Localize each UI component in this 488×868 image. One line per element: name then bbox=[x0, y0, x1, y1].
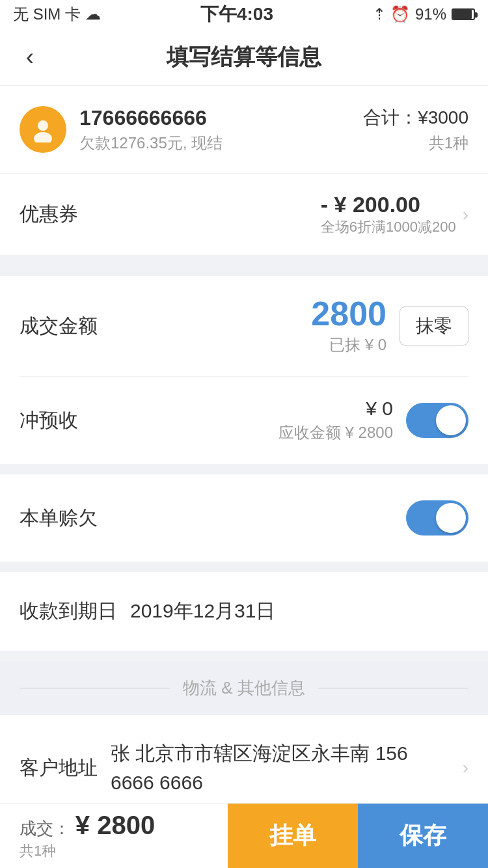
due-date-section: 收款到期日 2019年12月31日 bbox=[0, 572, 488, 651]
coupon-discount: - ¥ 200.00 bbox=[321, 192, 456, 217]
logistics-line-left bbox=[20, 688, 170, 688]
coupon-desc: 全场6折满1000减200 bbox=[321, 217, 456, 237]
debt-section: 本单赊欠 bbox=[0, 474, 488, 562]
prereceipt-row: 冲预收 ¥ 0 应收金额 ¥ 2800 bbox=[20, 377, 468, 464]
prereceipt-toggle[interactable] bbox=[406, 403, 468, 438]
battery-level: 91% bbox=[415, 5, 446, 23]
address-arrow-icon: › bbox=[463, 757, 468, 778]
total-count: 共1种 bbox=[363, 133, 468, 154]
main-content: 17666666666 欠款1276.35元, 现结 合计：¥3000 共1种 … bbox=[0, 86, 488, 868]
deal-amount-right: 2800 已抹 ¥ 0 抹零 bbox=[311, 297, 468, 355]
hold-button[interactable]: 挂单 bbox=[228, 804, 358, 869]
section-divider-4 bbox=[0, 651, 488, 661]
deal-amount-label: 成交金额 bbox=[20, 313, 98, 340]
bottom-deal-row: 成交： ¥ 2800 bbox=[20, 811, 208, 840]
deal-amount-sub: 已抹 ¥ 0 bbox=[311, 334, 386, 355]
nav-bar: ‹ 填写结算等信息 bbox=[0, 29, 488, 86]
status-bar: 无 SIM 卡 ☁ 下午4:03 ⇡ ⏰ 91% bbox=[0, 0, 488, 29]
prereceipt-right: ¥ 0 应收金额 ¥ 2800 bbox=[278, 398, 468, 443]
logistics-line-right bbox=[318, 688, 468, 688]
page-title: 填写结算等信息 bbox=[167, 42, 321, 72]
round-button[interactable]: 抹零 bbox=[400, 306, 468, 346]
customer-info: 17666666666 欠款1276.35元, 现结 bbox=[79, 106, 223, 154]
prereceipt-amount: ¥ 0 bbox=[278, 398, 393, 420]
address-label: 客户地址 bbox=[20, 755, 98, 781]
status-time: 下午4:03 bbox=[200, 2, 273, 27]
svg-point-0 bbox=[38, 120, 48, 131]
section-divider-1 bbox=[0, 265, 488, 276]
total-amount-label: 合计：¥3000 bbox=[363, 105, 468, 130]
logistics-text: 物流 & 其他信息 bbox=[170, 677, 318, 699]
prereceipt-sub: 应收金额 ¥ 2800 bbox=[278, 422, 393, 443]
coupon-arrow-icon: › bbox=[463, 204, 468, 225]
bottom-bar: 成交： ¥ 2800 共1种 挂单 保存 bbox=[0, 803, 488, 868]
save-button[interactable]: 保存 bbox=[358, 804, 488, 869]
total-label: 合计： bbox=[363, 107, 418, 128]
customer-sub: 欠款1276.35元, 现结 bbox=[79, 133, 223, 154]
prereceipt-label: 冲预收 bbox=[20, 407, 78, 434]
section-divider-3 bbox=[0, 562, 488, 572]
svg-point-1 bbox=[34, 132, 52, 142]
customer-card: 17666666666 欠款1276.35元, 现结 合计：¥3000 共1种 … bbox=[0, 86, 488, 255]
deal-amount-number: 2800 bbox=[311, 297, 386, 331]
due-date-value: 2019年12月31日 bbox=[130, 598, 275, 625]
total-amount: ¥3000 bbox=[418, 107, 468, 128]
status-left: 无 SIM 卡 ☁ bbox=[13, 4, 101, 25]
deal-amount-block: 2800 已抹 ¥ 0 bbox=[311, 297, 386, 355]
debt-label: 本单赊欠 bbox=[20, 505, 98, 532]
address-value: 张 北京市市辖区海淀区永丰南 156 6666 6666 bbox=[111, 739, 456, 797]
back-button[interactable]: ‹ bbox=[20, 37, 40, 77]
customer-row: 17666666666 欠款1276.35元, 现结 合计：¥3000 共1种 bbox=[0, 86, 488, 173]
battery-bar bbox=[452, 8, 475, 20]
bottom-deal-label: 成交： bbox=[20, 819, 70, 838]
coupon-right: - ¥ 200.00 全场6折满1000减200 › bbox=[321, 192, 468, 237]
bottom-summary: 成交： ¥ 2800 共1种 bbox=[0, 811, 228, 861]
due-date-row: 收款到期日 2019年12月31日 bbox=[20, 572, 468, 651]
deal-amount-row: 成交金额 2800 已抹 ¥ 0 抹零 bbox=[20, 276, 468, 377]
bottom-amount: ¥ 2800 bbox=[75, 811, 155, 839]
amount-section: 成交金额 2800 已抹 ¥ 0 抹零 冲预收 ¥ 0 应收金额 ¥ 2800 bbox=[0, 276, 488, 464]
customer-right: 合计：¥3000 共1种 bbox=[363, 105, 468, 154]
customer-phone: 17666666666 bbox=[79, 106, 223, 130]
coupon-row[interactable]: 优惠券 - ¥ 200.00 全场6折满1000减200 › bbox=[0, 173, 488, 255]
section-divider-2 bbox=[0, 464, 488, 474]
battery-icon: ⇡ ⏰ bbox=[373, 5, 410, 23]
avatar bbox=[20, 106, 66, 153]
debt-toggle[interactable] bbox=[406, 500, 468, 536]
debt-row: 本单赊欠 bbox=[20, 474, 468, 562]
bottom-count: 共1种 bbox=[20, 841, 208, 861]
prereceipt-amount-block: ¥ 0 应收金额 ¥ 2800 bbox=[278, 398, 393, 443]
coupon-label: 优惠券 bbox=[20, 201, 78, 228]
sim-status: 无 SIM 卡 ☁ bbox=[13, 4, 101, 25]
logistics-divider: 物流 & 其他信息 bbox=[0, 661, 488, 715]
due-date-label: 收款到期日 bbox=[20, 598, 117, 625]
customer-left: 17666666666 欠款1276.35元, 现结 bbox=[20, 106, 223, 154]
status-right: ⇡ ⏰ 91% bbox=[373, 5, 475, 23]
